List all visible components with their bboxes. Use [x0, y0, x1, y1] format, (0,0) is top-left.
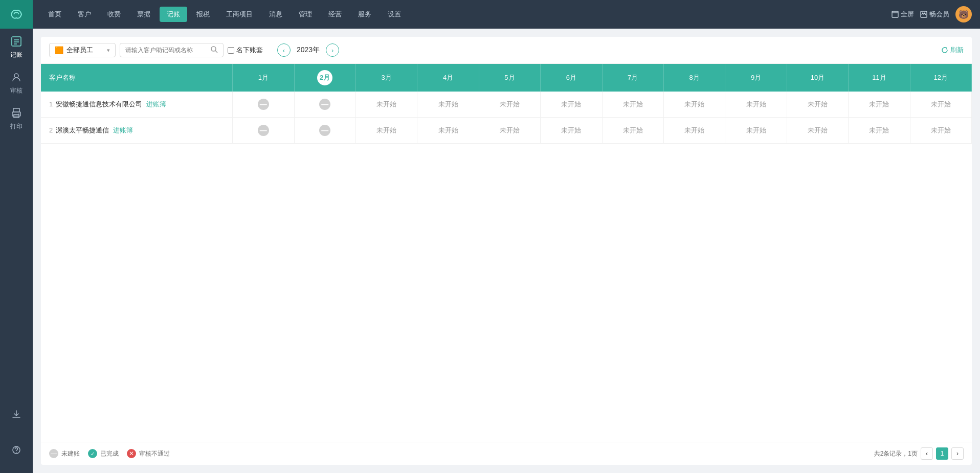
topnav-operations[interactable]: 经营	[321, 7, 349, 22]
topnav-accounting[interactable]: 记账	[160, 7, 187, 22]
next-year-button[interactable]: ›	[326, 43, 339, 57]
topnav-management[interactable]: 管理	[292, 7, 319, 22]
sidebar-logo	[0, 0, 33, 29]
pagination-total: 共2条记录，1页	[874, 449, 918, 458]
legend-done-label: 已完成	[100, 449, 119, 458]
sidebar-item-support[interactable]	[0, 432, 33, 468]
subordinate-checkbox[interactable]	[228, 47, 234, 54]
top-navigation: 首页 客户 收费 票据 记账 报税 工商项目 消息 管理 经营 服务 设置 全屏	[33, 0, 980, 29]
legend-not-built: — 未建账	[49, 449, 80, 458]
toolbar: 🟧 全部员工 ▾ 名下账套	[41, 37, 972, 64]
col-m1: 1月	[233, 64, 294, 92]
status-not-started: 未开始	[684, 126, 704, 134]
col-m11: 11月	[849, 64, 910, 92]
svg-rect-5	[13, 108, 19, 112]
topnav-tax[interactable]: 报税	[189, 7, 217, 22]
prev-year-button[interactable]: ‹	[277, 43, 291, 57]
month-cell-m9: 未开始	[725, 92, 787, 118]
status-dash-icon: —	[258, 99, 269, 110]
status-not-started: 未开始	[376, 100, 396, 108]
status-not-started: 未开始	[561, 100, 581, 108]
month-cell-m6: 未开始	[541, 118, 602, 144]
status-not-started: 未开始	[684, 100, 704, 108]
status-dash-icon: —	[258, 125, 269, 136]
month-cell-m8: 未开始	[663, 92, 725, 118]
month-cell-m9: 未开始	[725, 118, 787, 144]
company-name: 安徽畅捷通信息技术有限公司	[56, 100, 142, 108]
status-not-started: 未开始	[500, 100, 520, 108]
next-page-button[interactable]: ›	[951, 447, 964, 460]
pagination: 共2条记录，1页 ‹ 1 ›	[874, 447, 964, 460]
topnav-messages[interactable]: 消息	[262, 7, 289, 22]
search-input[interactable]	[125, 47, 207, 54]
month-cell-m2: —	[294, 92, 355, 118]
month-cell-m1: —	[233, 92, 294, 118]
col-m2: 2月	[294, 64, 355, 92]
month-cell-m12: 未开始	[910, 92, 971, 118]
status-dash-icon: —	[319, 99, 330, 110]
month-cell-m11: 未开始	[849, 92, 910, 118]
month-cell-m8: 未开始	[663, 118, 725, 144]
enter-ledger-link[interactable]: 进账簿	[146, 100, 166, 108]
avatar[interactable]: 🐻	[955, 6, 972, 22]
status-not-started: 未开始	[808, 126, 828, 134]
current-page-button[interactable]: 1	[936, 447, 948, 460]
status-not-started: 未开始	[869, 126, 889, 134]
topnav-bizprojects[interactable]: 工商项目	[219, 7, 260, 22]
status-not-started: 未开始	[623, 100, 643, 108]
month-cell-m2: —	[294, 118, 355, 144]
vip-btn[interactable]: 畅会员	[920, 10, 949, 19]
chevron-down-icon: ▾	[107, 47, 110, 54]
topnav-service[interactable]: 服务	[351, 7, 378, 22]
status-not-started: 未开始	[623, 126, 643, 134]
employee-select-icon: 🟧	[55, 46, 63, 54]
sidebar-item-audit-label: 审核	[10, 86, 23, 95]
sidebar-item-audit[interactable]: 审核	[0, 64, 33, 100]
status-not-started: 未开始	[376, 126, 396, 134]
col-m7: 7月	[602, 64, 663, 92]
accounting-icon	[8, 34, 25, 49]
month-cell-m5: 未开始	[479, 92, 540, 118]
table-footer: — 未建账 ✓ 已完成 ✕ 审核不通过 共2条记录，1页 ‹ 1 ›	[41, 442, 972, 465]
status-not-started: 未开始	[808, 100, 828, 108]
status-not-started: 未开始	[438, 100, 458, 108]
sidebar-item-download[interactable]	[0, 396, 33, 432]
done-icon: ✓	[88, 449, 97, 458]
month-cell-m12: 未开始	[910, 118, 971, 144]
month-cell-m4: 未开始	[417, 92, 479, 118]
status-not-started: 未开始	[931, 126, 951, 134]
sidebar-item-print[interactable]: 打印	[0, 100, 33, 136]
topnav-home[interactable]: 首页	[41, 7, 69, 22]
employee-select-label: 全部员工	[66, 46, 93, 55]
topnav-fees[interactable]: 收费	[100, 7, 128, 22]
col-m4: 4月	[417, 64, 479, 92]
col-name: 客户名称	[41, 64, 233, 92]
svg-rect-0	[12, 37, 21, 46]
month-cell-m6: 未开始	[541, 92, 602, 118]
prev-page-button[interactable]: ‹	[921, 447, 933, 460]
sidebar: 记账 审核 打印	[0, 0, 33, 473]
col-m5: 5月	[479, 64, 540, 92]
vip-label: 畅会员	[929, 10, 949, 19]
subordinate-checkbox-wrap[interactable]: 名下账套	[228, 46, 263, 55]
month-cell-m3: 未开始	[355, 92, 417, 118]
topnav-invoices[interactable]: 票据	[130, 7, 158, 22]
employee-select[interactable]: 🟧 全部员工 ▾	[49, 43, 116, 57]
enter-ledger-link[interactable]: 进账簿	[113, 126, 133, 134]
month-cell-m7: 未开始	[602, 118, 663, 144]
svg-point-13	[211, 47, 216, 51]
row-num: 2	[49, 126, 53, 134]
refresh-button[interactable]: 刷新	[941, 46, 964, 55]
month-cell-m10: 未开始	[787, 92, 848, 118]
search-button[interactable]	[210, 46, 218, 55]
subordinate-label: 名下账套	[236, 46, 263, 55]
topnav-customer[interactable]: 客户	[71, 7, 98, 22]
month-cell-m4: 未开始	[417, 118, 479, 144]
sidebar-item-accounting[interactable]: 记账	[0, 29, 33, 64]
topnav-settings[interactable]: 设置	[381, 7, 408, 22]
col-m10: 10月	[787, 64, 848, 92]
fullscreen-btn[interactable]: 全屏	[892, 10, 914, 19]
table-row: 1安徽畅捷通信息技术有限公司进账簿——未开始未开始未开始未开始未开始未开始未开始…	[41, 92, 972, 118]
svg-point-4	[14, 74, 18, 78]
status-not-started: 未开始	[869, 100, 889, 108]
